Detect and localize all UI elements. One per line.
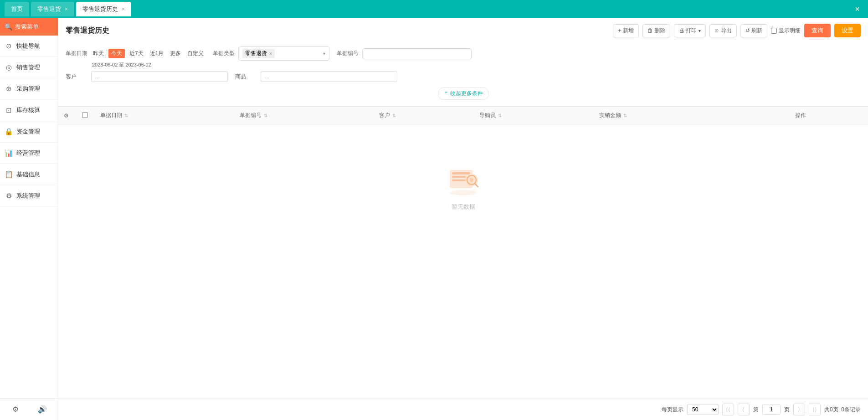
svg-rect-3 [452,176,466,178]
new-button[interactable]: + 新增 [613,24,638,37]
doc-type-label: 单据类型 [213,50,236,57]
sales-icon: ◎ [5,63,13,72]
next-page-button[interactable]: ⟩ [793,404,805,415]
sidebar-settings-btn[interactable]: ⚙ [4,402,27,416]
select-all-checkbox[interactable] [82,112,88,118]
sidebar-item-purchase-mgmt[interactable]: ⊕ 采购管理 [0,78,58,100]
print-button[interactable]: 🖨 打印 ▾ [674,24,706,37]
collapse-button[interactable]: ⌃ 收起更多条件 [438,87,489,100]
empty-illustration [441,161,486,197]
th-settings[interactable]: ⚙ [58,107,77,124]
doc-type-select[interactable]: 零售退货 × ▾ [238,46,329,61]
sidebar-item-finance[interactable]: 🔒 资金管理 [0,121,58,143]
doc-no-filter: 单据编号 [337,48,472,59]
header-actions: + 新增 🗑 删除 🖨 打印 ▾ ⊙ 导出 ↺ 刷新 [613,24,861,37]
th-customer[interactable]: 客户 ⇅ [374,107,474,124]
table-header: ⚙ 单据日期 ⇅ 单据编号 ⇅ [58,107,868,124]
th-checkbox[interactable] [77,107,95,124]
th-amount[interactable]: 实销金额 ⇅ [594,107,790,124]
export-button[interactable]: ⊙ 导出 [709,24,736,37]
setting-button[interactable]: 设置 [834,24,861,37]
sidebar-search[interactable]: 🔍 搜索菜单 [0,18,58,36]
shortcut-yesterday[interactable]: 昨天 [91,49,106,58]
pagination-bar: 每页显示 10 20 50 100 ⟨⟨ ⟨ 第 页 ⟩ ⟩⟩ 共0页, 0条记… [58,399,868,420]
sidebar-item-operations[interactable]: 📊 经营管理 [0,143,58,164]
last-page-button[interactable]: ⟩⟩ [809,404,821,415]
sidebar-item-system-mgmt[interactable]: ⚙ 系统管理 [0,185,58,207]
print-dropdown-icon: ▾ [699,28,701,33]
show-detail-checkbox-label[interactable]: 显示明细 [771,27,801,35]
page-size-label: 每页显示 [662,406,683,414]
close-tab-retail-return-history[interactable]: × [122,6,125,12]
settings-gear-icon: ⚙ [12,405,19,414]
total-text: 共0页, 0条记录 [824,406,861,414]
close-tab-retail-return[interactable]: × [65,6,68,12]
sidebar-item-basic-info[interactable]: 📋 基础信息 [0,164,58,185]
filter-area: 单据日期 昨天 今天 近7天 近1月 更多 自定义 单据类型 [66,43,861,106]
shortcut-custom[interactable]: 自定义 [185,49,205,58]
date-filter-label: 单据日期 [66,50,88,57]
page-header-top: 零售退货历史 + 新增 🗑 删除 🖨 打印 ▾ ⊙ 导出 [66,24,861,37]
empty-text: 暂无数据 [452,203,475,211]
shortcut-last7[interactable]: 近7天 [128,49,145,58]
date-filter: 单据日期 昨天 今天 近7天 近1月 更多 自定义 [66,49,205,58]
doc-no-input[interactable] [362,48,472,59]
page-number-input[interactable] [762,405,781,415]
th-doc-no[interactable]: 单据编号 ⇅ [234,107,374,124]
tab-retail-return-history[interactable]: 零售退货历史 × [76,2,131,16]
sidebar-bottom: ⚙ 🔊 [0,398,58,420]
customer-filter: 客户 ... [66,71,228,82]
doc-type-tag: 零售退货 × [242,49,275,58]
doc-type-tag-close[interactable]: × [269,51,272,57]
goods-label: 商品 [235,73,258,81]
search-icon: 🔍 [5,23,12,31]
inventory-icon: ⊡ [5,106,13,114]
operations-icon: 📊 [5,149,13,157]
date-range-display: 2023-06-02 至 2023-06-02 [66,61,861,68]
collapse-area: ⌃ 收起更多条件 [66,86,861,102]
query-button[interactable]: 查询 [804,24,831,37]
refresh-button[interactable]: ↺ 刷新 [740,24,767,37]
svg-point-0 [450,190,477,195]
prev-page-button[interactable]: ⟨ [738,404,750,415]
page-section-label: 第 [753,406,759,414]
page-header: 零售退货历史 + 新增 🗑 删除 🖨 打印 ▾ ⊙ 导出 [58,18,868,107]
sidebar-music-btn[interactable]: 🔊 [31,402,55,416]
table-area: ⚙ 单据日期 ⇅ 单据编号 ⇅ [58,107,868,399]
shortcut-more[interactable]: 更多 [168,49,183,58]
empty-state: 暂无数据 [58,124,868,247]
th-doc-date[interactable]: 单据日期 ⇅ [95,107,234,124]
filter-row-2: 客户 ... 商品 ... [66,71,861,86]
goods-select[interactable]: ... [261,71,397,82]
show-detail-checkbox[interactable] [771,28,777,34]
sort-guide-icon: ⇅ [498,113,502,118]
tab-retail-return[interactable]: 零售退货 × [31,2,74,16]
content-area: 零售退货历史 + 新增 🗑 删除 🖨 打印 ▾ ⊙ 导出 [58,18,868,420]
tab-home[interactable]: 首页 [5,2,29,16]
top-bar: 首页 零售退货 × 零售退货历史 × × [0,0,868,18]
svg-rect-2 [452,172,470,174]
goods-filter: 商品 ... [235,71,397,82]
main-layout: 🔍 搜索菜单 ⊙ 快捷导航 ◎ 销售管理 ⊕ 采购管理 ⊡ 库存核算 🔒 资金管… [0,18,868,420]
sidebar-item-sales-mgmt[interactable]: ◎ 销售管理 [0,57,58,78]
customer-select[interactable]: ... [91,71,228,82]
sidebar-item-quick-nav[interactable]: ⊙ 快捷导航 [0,36,58,57]
filter-row-1: 单据日期 昨天 今天 近7天 近1月 更多 自定义 单据类型 [66,43,861,64]
first-page-button[interactable]: ⟨⟨ [722,404,734,415]
delete-button[interactable]: 🗑 删除 [642,24,670,37]
th-guide[interactable]: 导购员 ⇅ [474,107,594,124]
data-table: ⚙ 单据日期 ⇅ 单据编号 ⇅ [58,107,868,247]
svg-point-8 [470,178,473,182]
shortcut-last-month[interactable]: 近1月 [148,49,166,58]
doc-type-filter: 单据类型 零售退货 × ▾ [213,46,329,61]
column-settings-icon[interactable]: ⚙ [64,113,69,119]
purchase-icon: ⊕ [5,85,13,93]
page-title: 零售退货历史 [66,26,613,36]
page-size-select[interactable]: 10 20 50 100 [687,404,719,415]
music-icon: 🔊 [38,405,47,414]
sidebar-item-inventory[interactable]: ⊡ 库存核算 [0,100,58,121]
window-close-button[interactable]: × [851,5,863,14]
goods-placeholder: ... [265,73,269,80]
sort-amount-icon: ⇅ [623,113,627,118]
shortcut-today[interactable]: 今天 [108,49,125,58]
